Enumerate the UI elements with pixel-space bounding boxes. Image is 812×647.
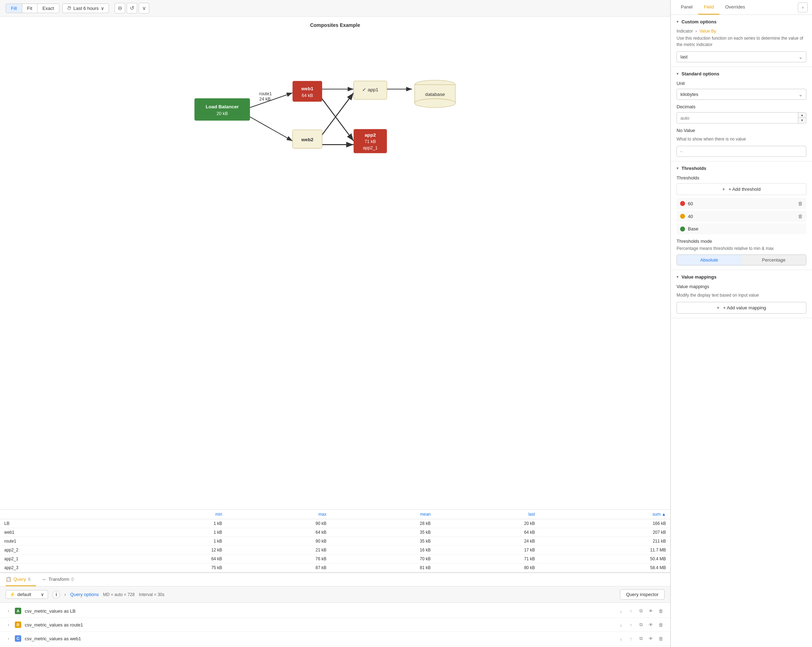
decimals-up-button[interactable]: ▲ [798,113,806,118]
svg-text:Load Balancer: Load Balancer [206,104,239,109]
query-inspector-button[interactable]: Query inspector [620,589,664,600]
query-row-actions: ↓ ↑ ⧉ 👁 🗑 [617,607,664,615]
no-value-label: No Value [676,128,806,133]
unit-label: Unit [676,81,806,86]
thresholds-section: ▾ Thresholds Thresholds + + Add threshol… [671,161,812,270]
query-rows: › A csv_metric_values as LB ↓ ↑ ⧉ 👁 🗑 › … [0,603,670,647]
tab-panel[interactable]: Panel [675,0,698,15]
cell-min: 75 kB [122,563,226,572]
table-row: web1 1 kB 64 kB 35 kB 64 kB 207 kB [0,528,670,537]
col-header-name[interactable] [0,510,122,519]
md-info: MD = auto = 728 [103,592,134,597]
custom-options-header[interactable]: ▾ Custom options [676,19,806,24]
cell-min: 1 kB [122,519,226,528]
add-threshold-button[interactable]: + + Add threshold [676,184,806,195]
unit-select[interactable]: kilobytes bytes megabytes [676,89,806,100]
zoom-out-button[interactable]: ⊖ [114,3,125,14]
decimals-input[interactable] [677,113,798,123]
move-down-icon[interactable]: ↓ [617,621,625,629]
add-value-mapping-button[interactable]: + + Add value mapping [676,302,806,314]
thresholds-title: Thresholds [682,166,706,171]
move-down-icon[interactable]: ↓ [617,635,625,642]
svg-rect-13 [293,81,322,102]
copy-icon[interactable]: ⧉ [637,635,645,642]
decimals-down-button[interactable]: ▼ [798,118,806,123]
standard-options-title: Standard options [682,71,719,76]
cell-max: 87 kB [226,563,331,572]
eye-icon[interactable]: 👁 [647,607,655,615]
move-up-icon[interactable]: ↑ [627,635,635,642]
thresholds-header[interactable]: ▾ Thresholds [676,166,806,171]
absolute-mode-button[interactable]: Absolute [677,255,742,265]
cell-last: 71 kB [435,555,539,563]
threshold-delete-60[interactable]: 🗑 [798,201,803,206]
toolbar-right: ⊖ ↺ ∨ [114,3,149,14]
refresh-button[interactable]: ↺ [127,3,137,14]
time-range-picker[interactable]: ⏱ Last 6 hours ∨ [62,3,109,13]
tab-field[interactable]: Field [698,0,719,15]
percentage-mode-button[interactable]: Percentage [742,255,806,265]
move-up-icon[interactable]: ↑ [627,607,635,615]
cell-name: app2_2 [0,546,122,555]
arrow-right-icon: › [64,592,66,597]
threshold-color-40 [680,214,685,219]
col-header-sum[interactable]: sum ▲ [539,510,670,519]
fit-button[interactable]: Fit [22,4,38,13]
delete-icon[interactable]: 🗑 [657,621,664,629]
threshold-row-base: Base [676,223,806,234]
eye-icon[interactable]: 👁 [647,635,655,642]
unit-select-wrapper: kilobytes bytes megabytes [676,89,806,100]
query-bar: 📋 Query 6 ↔ Transform 0 ⚡ default ∨ ℹ › [0,572,670,647]
diagram-svg: route1 24 kB Load Balancer 20 kB [0,28,670,187]
value-by-select[interactable]: last first min max mean sum [676,51,806,62]
threshold-delete-40[interactable]: 🗑 [798,213,803,219]
datasource-icon: ⚡ [9,592,15,597]
cell-last: 24 kB [435,537,539,546]
threshold-mode-label: Thresholds mode [676,239,806,244]
threshold-value-40[interactable] [688,214,795,219]
info-button[interactable]: ℹ [52,591,60,598]
expand-button[interactable]: › [6,608,11,614]
no-value-input[interactable] [676,146,806,157]
tab-transform[interactable]: ↔ Transform 0 [42,573,79,586]
svg-text:web1: web1 [301,86,313,91]
tab-query[interactable]: 📋 Query 6 [6,573,36,586]
col-header-min[interactable]: min [122,510,226,519]
move-down-icon[interactable]: ↓ [617,607,625,615]
delete-icon[interactable]: 🗑 [657,635,664,642]
col-header-mean[interactable]: mean [331,510,435,519]
tab-overrides[interactable]: Overrides [719,0,751,15]
col-header-last[interactable]: last [435,510,539,519]
move-up-icon[interactable]: ↑ [627,621,635,629]
more-button[interactable]: ∨ [139,3,149,14]
query-options-bar: ⚡ default ∨ ℹ › Query options MD = auto … [0,586,670,603]
panel-forward-button[interactable]: › [798,3,808,12]
cell-sum: 11.7 MB [539,546,670,555]
threshold-value-60[interactable] [688,201,795,206]
value-mappings-header[interactable]: ▾ Value mappings [676,274,806,280]
data-table: min max mean last sum ▲ LB 1 kB 90 kB 28… [0,509,670,572]
expand-button[interactable]: › [6,622,11,627]
exact-button[interactable]: Exact [38,4,59,13]
col-header-max[interactable]: max [226,510,331,519]
threshold-mode-toggle: Absolute Percentage [676,254,806,265]
standard-options-header[interactable]: ▾ Standard options [676,71,806,76]
svg-text:database: database [425,92,445,97]
copy-icon[interactable]: ⧉ [637,607,645,615]
value-by-select-wrapper: last first min max mean sum [676,51,806,62]
fill-button[interactable]: Fill [6,4,22,13]
eye-icon[interactable]: 👁 [647,621,655,629]
svg-text:24 kB: 24 kB [259,96,270,102]
cell-max: 90 kB [226,519,331,528]
query-options-link[interactable]: Query options [70,592,99,597]
threshold-color-60 [680,201,685,206]
collapse-icon: ▾ [676,72,679,76]
expand-button[interactable]: › [6,636,11,641]
cell-last: 64 kB [435,528,539,537]
datasource-select[interactable]: ⚡ default ∨ [6,590,48,599]
query-letter: C [15,635,21,642]
svg-text:web2: web2 [301,137,313,142]
delete-icon[interactable]: 🗑 [657,607,664,615]
copy-icon[interactable]: ⧉ [637,621,645,629]
cell-name: LB [0,519,122,528]
